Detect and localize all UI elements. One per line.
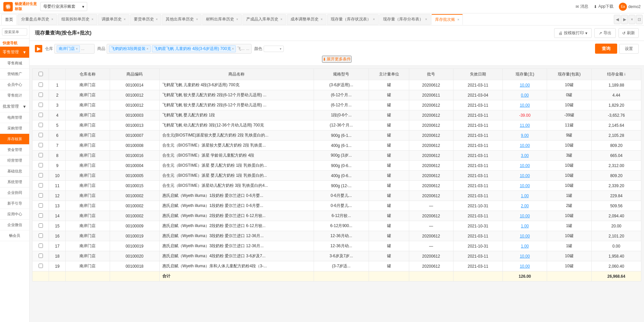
row-checkbox[interactable] bbox=[33, 141, 49, 151]
tab-close-fenpan[interactable]: × bbox=[51, 17, 53, 21]
tab-close-qita[interactable]: × bbox=[196, 17, 198, 21]
tab-tiaobo[interactable]: 调拨单历史 × bbox=[98, 14, 129, 25]
user-avatar[interactable]: Ea demo2 bbox=[619, 3, 641, 11]
row-checkbox[interactable] bbox=[33, 151, 49, 161]
settings-button[interactable]: 设置 bbox=[619, 44, 639, 54]
sidebar-item-member[interactable]: 会员中心 bbox=[0, 79, 29, 90]
row-qty-main[interactable]: 10.00 bbox=[503, 141, 547, 151]
row-checkbox[interactable] bbox=[33, 261, 49, 271]
row-checkbox[interactable] bbox=[33, 120, 49, 130]
query-button[interactable]: 查询 bbox=[595, 44, 617, 54]
sidebar-item-purchase[interactable]: 采购管理 bbox=[0, 123, 29, 134]
row-qty-main[interactable]: 10.00 bbox=[503, 161, 547, 171]
row-qty-main[interactable]: 3.00 bbox=[503, 151, 547, 161]
row-checkbox[interactable] bbox=[33, 181, 49, 191]
export-button[interactable]: ↗ 导出 bbox=[594, 28, 616, 38]
row-checkbox[interactable] bbox=[33, 221, 49, 231]
row-qty-main[interactable]: 10.00 bbox=[503, 231, 547, 241]
tab-chanpin[interactable]: 产成品入库单历史 × bbox=[243, 14, 286, 25]
print-button[interactable]: 🖨 按模板打印 ▾ bbox=[554, 28, 592, 38]
tab-close-all-btn[interactable]: × bbox=[629, 15, 635, 24]
row-checkbox[interactable] bbox=[33, 130, 49, 141]
sidebar-item-zero-shop[interactable]: 零售商城 bbox=[0, 58, 29, 69]
tab-close-tiaobo[interactable]: × bbox=[124, 17, 126, 21]
row-qty-main[interactable]: 10.00 bbox=[503, 211, 547, 221]
tab-fenpan[interactable]: 分量盘点单历史 × bbox=[17, 14, 57, 25]
row-checkbox[interactable] bbox=[33, 231, 49, 241]
tab-cailiao[interactable]: 材料出库单历史 × bbox=[202, 14, 242, 25]
row-checkbox[interactable] bbox=[33, 171, 49, 181]
sidebar-item-enterprise[interactable]: 企业协同 bbox=[0, 187, 29, 198]
row-qty-main[interactable]: 1.00 bbox=[503, 191, 547, 201]
app-download-btn[interactable]: ⬇ App下载 bbox=[594, 4, 613, 9]
row-qty-main[interactable]: 2.00 bbox=[503, 201, 547, 211]
balance-info-icon[interactable]: ℹ bbox=[624, 72, 626, 76]
tab-chengben[interactable]: 成本调整单历史 × bbox=[287, 14, 326, 25]
tab-close-zuche[interactable]: × bbox=[92, 17, 94, 21]
sidebar-item-zero-retail[interactable]: 零售管理 ▼ bbox=[0, 47, 29, 58]
row-qty-main[interactable]: 9.00 bbox=[503, 130, 547, 141]
tab-close-cailiao[interactable]: × bbox=[236, 17, 238, 21]
row-qty-main[interactable]: 1.00 bbox=[503, 241, 547, 251]
warehouse-tag-close[interactable]: × bbox=[76, 47, 78, 51]
row-checkbox[interactable] bbox=[33, 90, 49, 100]
tab-prev-btn[interactable]: ◀ bbox=[614, 15, 621, 24]
sidebar-item-warehouse[interactable]: 库存核算 bbox=[0, 134, 29, 145]
row-qty-main[interactable]: 10.00 bbox=[503, 261, 547, 271]
row-qty-main[interactable]: 10.00 bbox=[503, 181, 547, 191]
row-checkbox[interactable] bbox=[33, 201, 49, 211]
tab-close-chanpin[interactable]: × bbox=[280, 17, 282, 21]
tab-xianzai2[interactable]: 现存量（库存分布表） × bbox=[379, 14, 431, 25]
tab-close-xianzai2[interactable]: × bbox=[425, 17, 427, 21]
filter-toggle-btn[interactable]: ▶ bbox=[35, 45, 42, 52]
sidebar-item-system[interactable]: 系统管理 bbox=[0, 177, 29, 187]
sidebar-item-app-center[interactable]: 应用中心 bbox=[0, 209, 29, 220]
row-checkbox[interactable] bbox=[33, 80, 49, 90]
sidebar-item-zero-stat[interactable]: 零售统计 bbox=[0, 90, 29, 101]
row-qty-main[interactable]: 1.00 bbox=[503, 221, 547, 231]
tab-yaohuo[interactable]: 要货单历史 × bbox=[130, 14, 162, 25]
row-qty-main[interactable]: -39.00 bbox=[503, 110, 547, 120]
row-checkbox[interactable] bbox=[33, 191, 49, 201]
row-qty-main[interactable]: 10.00 bbox=[503, 251, 547, 261]
warehouse-more-dots[interactable]: ... bbox=[81, 46, 85, 51]
row-qty-main[interactable]: 0.00 bbox=[503, 90, 547, 100]
expand-more-btn[interactable]: ⬇ 展开更多条件 bbox=[322, 56, 352, 63]
row-checkbox[interactable] bbox=[33, 161, 49, 171]
row-checkbox[interactable] bbox=[33, 100, 49, 110]
sidebar-item-guide[interactable]: 新手引导 bbox=[0, 198, 29, 209]
row-qty-main[interactable]: 10.00 bbox=[503, 171, 547, 181]
product-more-dots[interactable]: ... bbox=[246, 46, 249, 51]
tab-qita[interactable]: 其他出库单历史 × bbox=[162, 14, 202, 25]
warehouse-tag-container[interactable]: 南岸门店 × ... bbox=[54, 44, 95, 54]
account-selector[interactable]: 母婴行业演示账套 ▾ bbox=[40, 2, 87, 11]
row-checkbox[interactable] bbox=[33, 241, 49, 251]
tab-expand-btn[interactable]: ⊡ bbox=[636, 15, 643, 24]
product-tag-2-close[interactable]: × bbox=[232, 47, 234, 51]
select-all-checkbox[interactable] bbox=[39, 72, 43, 76]
tab-xianzai1[interactable]: 现存量（库存状况表） × bbox=[327, 14, 379, 25]
sidebar-item-corp-wechat[interactable]: 企业微信 bbox=[0, 220, 29, 230]
sidebar-item-member2[interactable]: 畅会员 bbox=[0, 230, 29, 241]
tab-close-chengben[interactable]: × bbox=[321, 17, 323, 21]
refresh-button[interactable]: ↺ 刷新 bbox=[619, 28, 639, 38]
tab-pipichenghao[interactable]: 库存批次账 × bbox=[431, 14, 463, 25]
row-checkbox[interactable] bbox=[33, 251, 49, 261]
row-qty-main[interactable]: 11.00 bbox=[503, 120, 547, 130]
row-checkbox[interactable] bbox=[33, 110, 49, 120]
messages-btn[interactable]: ✉ 消息 bbox=[576, 4, 588, 9]
sidebar-item-finance[interactable]: 资金管理 bbox=[0, 145, 29, 155]
sidebar-item-batch[interactable]: 批发管理 ▼ bbox=[0, 101, 29, 112]
sidebar-item-ecommerce[interactable]: 电商管理 bbox=[0, 112, 29, 123]
row-qty-main[interactable]: 10.00 bbox=[503, 100, 547, 110]
sidebar-item-marketing[interactable]: 营销推广 bbox=[0, 69, 29, 79]
row-qty-main[interactable]: 10.00 bbox=[503, 80, 547, 90]
tab-close-yaohuo[interactable]: × bbox=[156, 17, 158, 21]
tab-close-pipichenghao[interactable]: × bbox=[457, 18, 459, 21]
row-checkbox[interactable] bbox=[33, 211, 49, 221]
product-tag-container[interactable]: 飞鹤奶粉3段两提装 × 飞鹤星飞帆 儿童奶粉 4段(3-6岁适用) 700克 ×… bbox=[107, 44, 252, 54]
search-input[interactable] bbox=[2, 28, 27, 36]
tab-next-btn[interactable]: ▶ bbox=[621, 15, 628, 24]
sidebar-item-operations[interactable]: 经营管理 bbox=[0, 155, 29, 166]
product-tag-1-close[interactable]: × bbox=[147, 47, 149, 51]
